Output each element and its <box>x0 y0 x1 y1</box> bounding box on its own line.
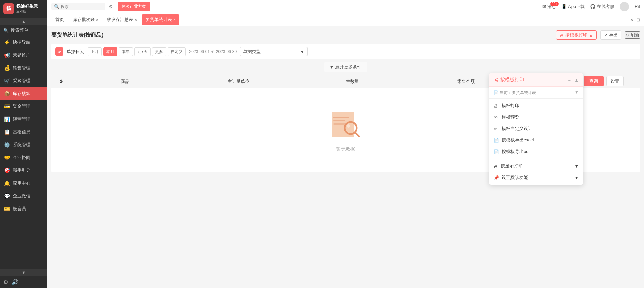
sidebar-item-enterprise[interactable]: 🤝 企业协同 <box>0 151 47 164</box>
dropdown-template-design[interactable]: ✏ 模板自定义设计 <box>489 123 583 134</box>
sidebar-item-operations[interactable]: 📊 经营管理 <box>0 113 47 126</box>
tab-order-stats-label: 要货单统计表 <box>146 17 172 23</box>
sidebar-item-basic-info[interactable]: 📋 基础信息 <box>0 126 47 138</box>
search-icon: 🔍 <box>3 28 9 33</box>
sidebar-item-label: 系统管理 <box>13 142 30 148</box>
dropdown-header-left: 🖨 按模板打印 <box>494 77 524 83</box>
online-service-item[interactable]: 🎧 在线客服 <box>590 4 614 10</box>
date-filter-buttons: 上月 本月 本年 近7天 更多 自定义 <box>88 47 186 56</box>
set-default-left: 📌 设置默认功能 <box>494 174 528 181</box>
chevron-down-icon: ▼ <box>330 65 334 70</box>
dropdown-title: 按模板打印 <box>500 77 524 83</box>
sidebar-item-label: 企业协同 <box>13 155 30 161</box>
page-title: 要货单统计表(按商品) <box>51 32 104 39</box>
sidebar-item-label: 经营管理 <box>13 116 30 122</box>
sidebar-bottom: ⚙ 🔊 <box>0 276 47 288</box>
col-settings[interactable]: ⚙ <box>55 79 68 84</box>
window-close-icon[interactable]: ✕ <box>630 17 634 22</box>
sidebar-item-app-center[interactable]: 🔔 应用中心 <box>0 177 47 190</box>
tab-receivable-summary-close[interactable]: × <box>135 18 137 22</box>
sidebar-item-label: 基础信息 <box>13 129 30 135</box>
dropdown-collapse-icon[interactable]: ▲ <box>574 77 579 83</box>
operations-icon: 📊 <box>4 116 10 122</box>
window-maximize-icon[interactable]: ⊡ <box>636 17 640 22</box>
settings-action-btn[interactable]: 设置 <box>606 76 624 86</box>
refresh-btn[interactable]: ↻ 刷新 <box>625 31 640 39</box>
search-input[interactable] <box>61 4 101 9</box>
col-quantity: 主数量 <box>295 78 409 85</box>
dropdown-current-section: 📄 当前：要货单统计表 ▼ <box>489 87 583 99</box>
col-unit: 主计量单位 <box>182 78 295 85</box>
dropdown-display-print[interactable]: 🖨 按显示打印 ▼ <box>489 160 583 172</box>
order-type-select[interactable]: 单据类型 ▼ <box>240 47 308 56</box>
sidebar-item-enterprise-wechat[interactable]: 💬 企业微信 <box>0 190 47 202</box>
sidebar-item-sales[interactable]: 💰 销售管理 <box>0 62 47 74</box>
tab-inventory-batch[interactable]: 库存批次账 × <box>69 14 102 25</box>
topbar: 🔍 ⚙ 体验行业方案 ✉ 消息 99+ 📱 App下载 🎧 在线客服 Rit <box>47 0 644 13</box>
filter-date-more[interactable]: 更多 <box>152 47 166 56</box>
filter-date-7days[interactable]: 近7天 <box>134 47 151 56</box>
tab-inventory-batch-close[interactable]: × <box>96 18 98 22</box>
sidebar-item-inventory[interactable]: 📦 库存核算 <box>0 87 47 100</box>
sidebar-item-guide[interactable]: 🎯 新手引导 <box>0 164 47 177</box>
sidebar-item-finance[interactable]: 💳 资金管理 <box>0 100 47 113</box>
topbar-gear-icon[interactable]: ⚙ <box>109 4 113 9</box>
dropdown-more-icon[interactable]: ··· <box>568 77 572 83</box>
print-btn[interactable]: 🖨 按模板打印 ▲ <box>556 30 597 40</box>
dropdown-header: 🖨 按模板打印 ··· ▲ <box>489 73 583 87</box>
member-icon: 🎫 <box>4 206 10 212</box>
inventory-icon: 📦 <box>4 91 10 97</box>
sidebar-item-system[interactable]: ⚙️ 系统管理 <box>0 138 47 151</box>
tab-order-stats[interactable]: 要货单统计表 × <box>142 14 179 25</box>
filter-date-this-month[interactable]: 本月 <box>103 47 117 56</box>
sidebar-item-label: 资金管理 <box>13 103 30 109</box>
tab-home[interactable]: 首页 <box>51 14 68 25</box>
sidebar-search[interactable]: 🔍 搜索菜单 <box>0 25 47 36</box>
dropdown-template-pdf[interactable]: 📄 按模板导出pdf <box>489 146 583 157</box>
user-avatar[interactable] <box>620 2 629 11</box>
export-btn[interactable]: ↗ 导出 <box>600 30 621 40</box>
industry-btn[interactable]: 体验行业方案 <box>118 2 150 11</box>
tab-receivable-summary[interactable]: 收发存汇总表 × <box>103 14 141 25</box>
dropdown-current-icon: 📄 <box>494 90 499 95</box>
settings-icon[interactable]: ⚙ <box>3 279 8 285</box>
template-print-icon: 🖨 <box>494 103 499 108</box>
topbar-search-box[interactable]: 🔍 <box>51 3 105 10</box>
sound-icon[interactable]: 🔊 <box>11 279 18 285</box>
template-print-label: 模板打印 <box>502 103 519 109</box>
sidebar-item-quick-nav[interactable]: ⚡ 快捷导航 <box>0 36 47 49</box>
sidebar-scroll-up[interactable]: ▲ <box>0 18 47 25</box>
dropdown-current-text: 当前：要货单统计表 <box>500 90 536 95</box>
filter-date-this-year[interactable]: 本年 <box>119 47 133 56</box>
sidebar-item-label: 营销推广 <box>13 52 30 58</box>
page-header-actions: 🖨 按模板打印 ▲ ↗ 导出 ↻ 刷新 <box>556 30 640 40</box>
dropdown-template-print[interactable]: 🖨 模板打印 <box>489 100 583 111</box>
tab-order-stats-close[interactable]: × <box>173 18 175 22</box>
page-content: 要货单统计表(按商品) 🖨 按模板打印 ▲ ↗ 导出 ↻ 刷新 ≫ <box>47 26 644 288</box>
order-type-chevron-icon: ▼ <box>300 49 304 54</box>
query-btn[interactable]: 查询 <box>584 76 604 86</box>
template-pdf-icon: 📄 <box>494 149 499 154</box>
guide-icon: 🎯 <box>4 167 10 173</box>
display-print-chevron: ▼ <box>574 164 579 169</box>
dropdown-current-chevron: ▼ <box>575 90 579 95</box>
filter-date-custom[interactable]: 自定义 <box>168 47 186 56</box>
sidebar-item-marketing[interactable]: 📢 营销推广 <box>0 49 47 62</box>
filter-date-last-month[interactable]: 上月 <box>88 47 102 56</box>
sidebar-item-member[interactable]: 🎫 畅会员 <box>0 202 47 215</box>
print-icon: 🖨 <box>560 33 564 38</box>
message-item[interactable]: ✉ 消息 99+ <box>542 4 556 10</box>
sidebar-scroll-down[interactable]: ▼ <box>0 269 47 276</box>
dropdown-template-excel[interactable]: 📄 按模板导出excel <box>489 134 583 146</box>
expand-more-btn[interactable]: ▼ 展开更多条件 <box>324 62 367 72</box>
filter-expand-btn[interactable]: ≫ <box>55 47 63 56</box>
dropdown-template-preview[interactable]: 👁 模板预览 <box>489 111 583 123</box>
app-download-item[interactable]: 📱 App下载 <box>561 4 585 10</box>
template-excel-icon: 📄 <box>494 138 499 143</box>
tab-inventory-batch-label: 库存批次账 <box>73 17 95 23</box>
display-print-label: 按显示打印 <box>501 163 523 169</box>
dropdown-set-default[interactable]: 📌 设置默认功能 ▼ <box>489 172 583 183</box>
sidebar-item-purchase[interactable]: 🛒 采购管理 <box>0 74 47 87</box>
sidebar-item-label: 快捷导航 <box>13 39 30 45</box>
template-preview-label: 模板预览 <box>502 114 519 120</box>
